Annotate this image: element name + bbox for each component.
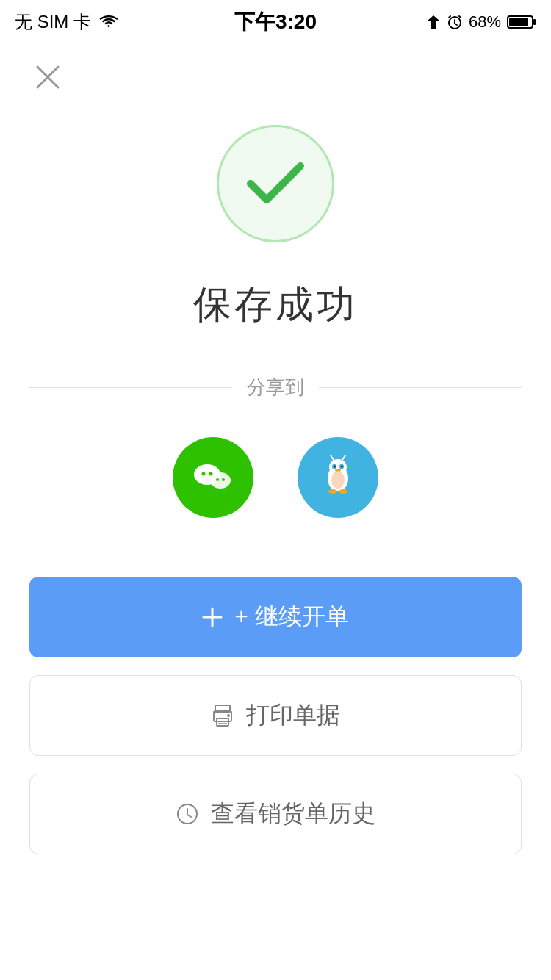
svg-line-27 (342, 455, 345, 460)
location-icon (426, 14, 441, 30)
wifi-icon (98, 15, 119, 29)
qq-share-button[interactable] (298, 437, 378, 518)
close-icon (35, 64, 61, 90)
svg-line-4 (459, 16, 461, 18)
svg-point-25 (339, 489, 347, 494)
svg-line-3 (449, 16, 450, 18)
svg-point-23 (331, 471, 345, 489)
divider-line-right (319, 387, 522, 388)
svg-line-2 (455, 24, 457, 25)
svg-line-26 (331, 455, 334, 460)
history-button[interactable]: 查看销货单历史 (29, 774, 522, 854)
printer-icon (211, 704, 234, 727)
battery-percent: 68% (469, 12, 501, 32)
close-button[interactable] (29, 59, 66, 96)
share-icons-row (173, 437, 378, 518)
close-button-container (29, 59, 522, 96)
status-bar: 无 SIM 卡 下午3:20 68% (0, 0, 551, 44)
success-title: 保存成功 (193, 279, 358, 331)
continue-button[interactable]: + 继续开单 (29, 577, 522, 657)
clock-icon (176, 802, 199, 826)
continue-label: + 继续开单 (234, 601, 349, 633)
svg-point-13 (209, 472, 213, 476)
checkmark-icon (246, 162, 305, 206)
print-button[interactable]: 打印单据 (29, 675, 522, 756)
status-time: 下午3:20 (234, 8, 317, 36)
plus-icon (202, 607, 223, 627)
sim-text: 无 SIM 卡 (15, 10, 91, 34)
main-content: 保存成功 分享到 (0, 44, 551, 869)
action-buttons: + 继续开单 打印单据 查看销货单历史 (29, 577, 522, 854)
svg-point-21 (341, 466, 343, 468)
svg-rect-7 (533, 19, 536, 25)
svg-rect-6 (509, 18, 528, 26)
wechat-share-button[interactable] (173, 437, 253, 518)
divider-line-left (29, 387, 232, 388)
svg-line-38 (187, 815, 191, 817)
qq-icon (314, 454, 361, 501)
svg-point-14 (216, 478, 219, 481)
print-label: 打印单据 (246, 699, 340, 732)
svg-point-24 (328, 489, 337, 494)
status-right: 68% (426, 12, 536, 32)
share-divider: 分享到 (29, 375, 522, 400)
wechat-icon (190, 454, 237, 501)
battery-icon (507, 15, 536, 29)
alarm-icon (447, 14, 463, 30)
svg-point-20 (334, 466, 336, 468)
history-label: 查看销货单历史 (211, 798, 375, 830)
success-icon-circle (217, 125, 334, 242)
share-label: 分享到 (247, 375, 304, 400)
svg-point-11 (210, 472, 231, 489)
status-left: 无 SIM 卡 (15, 10, 119, 34)
svg-point-35 (227, 714, 230, 717)
svg-point-12 (202, 472, 206, 476)
svg-point-15 (222, 478, 225, 481)
